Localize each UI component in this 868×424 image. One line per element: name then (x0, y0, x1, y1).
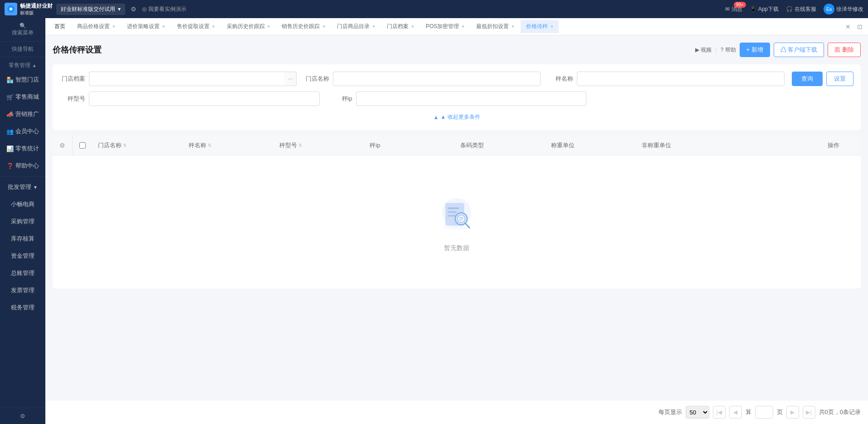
tab-caigou-lishi[interactable]: 采购历史价跟踪 × (221, 20, 276, 33)
topbar-settings-button[interactable]: ⚙ (129, 4, 138, 14)
field-mendian-mingcheng: 门店名称 (304, 72, 541, 86)
sidebar-item-xiaochang-dianshang[interactable]: 小畅电商 (0, 196, 45, 213)
tab-jinjia-celue[interactable]: 进价策略设置 × (122, 20, 171, 33)
input-mendian-mingcheng[interactable] (333, 72, 541, 86)
tab-close-zuidi-zhekou[interactable]: × (512, 24, 514, 29)
settings-icon: ⚙ (59, 142, 65, 149)
sidebar-settings-button[interactable]: ⚙ (0, 408, 45, 424)
sidebar-item-zhihui-mendian[interactable]: 🏪 智慧门店 (0, 71, 45, 88)
delete-button[interactable]: 面 删除 (828, 43, 861, 57)
label-mendian-dangan: 门店档案 (60, 75, 85, 83)
settings-button[interactable]: 设置 (826, 72, 853, 86)
tab-close-jiage-chuancheng[interactable]: × (551, 24, 553, 29)
user-profile-button[interactable]: Ea 徐泽华修改 (824, 4, 863, 14)
tab-shangpin-jiage[interactable]: 商品价格设置 × (72, 20, 121, 33)
sidebar-item-fapiao-guanli[interactable]: 发票管理 (0, 282, 45, 299)
page-content: 价格传秤设置 ▶ 视频 | ? 帮助 + 新增 (45, 35, 868, 400)
product-selector[interactable]: 好业财标准版交付试用 ▾ (56, 4, 125, 15)
app-download-button[interactable]: 📱 App下载 (750, 5, 779, 13)
sidebar-item-yingxiao-tuiguang[interactable]: 📣 营销推广 (0, 106, 45, 123)
col-cheng-xinghao[interactable]: 秤型号 ⇅ (274, 141, 365, 149)
input-cheng-ip[interactable] (356, 92, 587, 106)
store-icon: 🏪 (6, 77, 14, 83)
video-link[interactable]: ▶ 视频 (695, 46, 712, 54)
tab-mendian-dangan[interactable]: 门店档案 × (381, 20, 419, 33)
tab-close-xiaoshou-lishi[interactable]: × (322, 24, 325, 29)
table-container: ⚙ 门店名称 ⇅ 秤名称 ⇅ (53, 135, 861, 289)
help-icon: ❓ (6, 163, 14, 169)
gear-icon: ⚙ (20, 413, 25, 419)
prev-page-button[interactable]: ◀ (729, 406, 742, 419)
tab-close-shangpin-jiage[interactable]: × (112, 24, 115, 29)
table-settings-button[interactable]: ⚙ (53, 135, 73, 155)
last-page-button[interactable]: ▶| (803, 406, 815, 419)
svg-rect-5 (448, 211, 457, 212)
more-btn-mendian-dangan[interactable]: ··· (284, 72, 297, 86)
sidebar-item-bangzhu-zhongxin[interactable]: ❓ 帮助中心 (0, 157, 45, 174)
svg-point-2 (444, 225, 470, 230)
tab-close-caigou-lishi[interactable]: × (268, 24, 270, 29)
logo-icon (5, 3, 17, 15)
retail-mgmt-section: 零售管理 ▲ (0, 57, 45, 71)
input-cheng-mingcheng[interactable] (577, 72, 785, 86)
help-link[interactable]: ? 帮助 (721, 46, 736, 54)
sidebar-item-caigou-guanli[interactable]: 采购管理 (0, 213, 45, 230)
tab-close-shoushou-tijian[interactable]: × (212, 24, 215, 29)
page-title: 价格传秤设置 (53, 44, 102, 55)
message-button[interactable]: ✉ 消息 99+ (725, 5, 742, 13)
next-page-button[interactable]: ▶ (786, 406, 799, 419)
field-cheng-xinghao: 秤型号 (60, 92, 320, 106)
tab-close-jinjia-celue[interactable]: × (162, 24, 165, 29)
sidebar-item-kucun-hesuan[interactable]: 库存核算 (0, 230, 45, 247)
online-service-button[interactable]: 🎧 在线客服 (786, 5, 816, 13)
tab-mendian-mulu[interactable]: 门店商品目录 × (332, 20, 380, 33)
marketing-icon: 📣 (6, 111, 14, 118)
avatar: Ea (824, 4, 834, 14)
pifa-arrow-icon: ▼ (33, 185, 38, 190)
input-mendian-dangan[interactable] (89, 72, 284, 86)
tab-jiage-chuancheng[interactable]: 价格传秤 × (521, 20, 559, 33)
collapse-button[interactable]: ▲ ▲ 收起更多条件 (60, 111, 853, 123)
headset-icon: 🎧 (786, 6, 793, 12)
sidebar-item-zhangzhang-guanli[interactable]: 总账管理 (0, 265, 45, 282)
page-size-select[interactable]: 10 20 50 100 (686, 406, 709, 419)
app-container: 畅捷通好业财 标准版 好业财标准版交付试用 ▾ ⚙ ◎ 我要看实例演示 ✉ 消息… (0, 0, 868, 424)
demo-link[interactable]: ◎ 我要看实例演示 (142, 5, 186, 13)
sidebar-item-pifa-guanli[interactable]: 批发管理 ▼ (0, 178, 45, 196)
tab-xiaoshou-lishi[interactable]: 销售历史价跟踪 × (276, 20, 331, 33)
sidebar-search[interactable]: 🔍 搜索菜单 (0, 18, 45, 42)
sidebar-item-lingshou-tongji[interactable]: 📊 零售统计 (0, 140, 45, 157)
input-cheng-xinghao[interactable] (89, 92, 320, 106)
member-icon: 👥 (6, 128, 14, 135)
pagination: 每页显示 10 20 50 100 |◀ ◀ 算 1 页 ▶ ▶| 共0页，0条… (45, 400, 868, 424)
page-number-input[interactable]: 1 (755, 406, 773, 419)
add-button[interactable]: + 新增 (740, 43, 770, 57)
collapse-icon: ▲ (433, 114, 439, 120)
sidebar-quick-nav[interactable]: 快捷导航 (0, 42, 45, 57)
empty-state: 暂无数据 (53, 155, 861, 289)
search-form: 门店档案 ··· 门店名称 秤名称 (53, 64, 861, 130)
tab-maximize-button[interactable]: ⊡ (855, 21, 864, 32)
download-client-button[interactable]: 凸 客户端下载 (774, 43, 824, 57)
sidebar-item-huiyuan-zhongxin[interactable]: 👥 会员中心 (0, 123, 45, 140)
tab-home[interactable]: 首页 (49, 20, 71, 33)
checkbox-col-header[interactable] (73, 142, 93, 149)
form-row-2: 秤型号 秤ip (60, 92, 853, 106)
col-cheng-mingcheng[interactable]: 秤名称 ⇅ (183, 141, 274, 149)
tab-pos-jiami[interactable]: POS加密管理 × (420, 20, 470, 33)
tab-zuidi-zhekou[interactable]: 最低折扣设置 × (471, 20, 520, 33)
tab-close-mendian-dangan[interactable]: × (411, 24, 414, 29)
query-button[interactable]: 查询 (792, 72, 823, 86)
tab-close-button[interactable]: ✕ (844, 21, 853, 32)
col-mendian-mingcheng[interactable]: 门店名称 ⇅ (93, 141, 183, 149)
stats-icon: 📊 (6, 145, 14, 152)
sidebar-item-zijin-guanli[interactable]: 资金管理 (0, 247, 45, 265)
tab-close-mendian-mulu[interactable]: × (372, 24, 375, 29)
sidebar-item-lingshou-shangcheng[interactable]: 🛒 零售商城 (0, 88, 45, 106)
tab-shoushou-tijian[interactable]: 售价提取设置 × (171, 20, 220, 33)
first-page-button[interactable]: |◀ (713, 406, 726, 419)
select-all-checkbox[interactable] (79, 142, 86, 149)
tab-close-pos-jiami[interactable]: × (462, 24, 464, 29)
sidebar-item-shuiwu-guanli[interactable]: 税务管理 (0, 299, 45, 316)
sidebar: 🔍 搜索菜单 快捷导航 零售管理 ▲ 🏪 智慧门店 🛒 零售商城 📣 营销推广 (0, 18, 45, 424)
